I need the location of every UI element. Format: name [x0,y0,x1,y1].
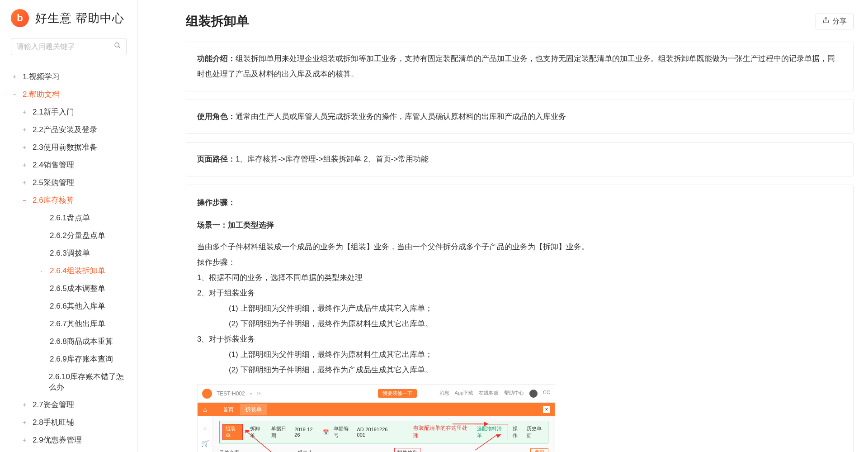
plus-icon: ＋ [21,144,28,151]
nav-261[interactable]: ·2.6.1盘点单 [11,209,127,227]
nav-27[interactable]: ＋2.7资金管理 [11,396,127,414]
steps-p: 3、对于拆装业务 [197,332,842,347]
steps: 操作步骤： 场景一：加工类型选择 当由多个子件材料组装成一个成品的业务为【组装】… [186,185,854,452]
nav-label: 2.6.7其他出库单 [50,319,105,329]
page-title: 组装拆卸单 [186,13,249,30]
card-text: 通常由生产人员或库管人员完成拆装业务的操作，库管人员确认原材料的出库和产成品的入… [236,112,566,121]
share-button[interactable]: 分享 [816,14,854,29]
shot-cx: 拆卸单 [247,424,267,440]
nav-26[interactable]: −2.6库存核算 [11,191,127,209]
minus-icon: − [21,197,28,204]
plus-icon: ＋ [21,126,28,133]
nav-266[interactable]: ·2.6.6其他入库单 [11,297,127,315]
nav-label: 2.6.5成本调整单 [50,283,105,294]
search-input[interactable] [11,38,127,55]
sidebar: b 好生意 帮助中心 ＋1.视频学习 −2.帮助文档 ＋2.1新手入门 ＋2.2… [0,0,138,452]
nav-label: 1.视频学习 [23,71,60,82]
close-icon: × [543,406,550,413]
card-intro: 功能介绍：组装拆卸单用来处理企业组装或拆卸等加工业务，支持有固定装配清单的产品加… [186,42,854,91]
steps-p: (2) 下部明细为子件明细，最终作为原材料生成其它出库单。 [197,316,842,332]
nav-268[interactable]: ·2.6.8商品成本重算 [11,333,127,350]
card-label: 功能介绍： [197,54,236,63]
nav-264[interactable]: ·2.6.4组装拆卸单 [11,262,127,280]
brand-text: 好生意 帮助中心 [35,10,124,26]
plus-icon: ＋ [11,73,18,81]
nav-label: 2.6.2分量盘点单 [50,230,105,241]
shot-anno: 有装配清单的在这里处理 [413,424,469,440]
nav-label: 2.1新手入门 [33,107,74,117]
steps-scene: 场景一：加工类型选择 [197,218,842,233]
nav-262[interactable]: ·2.6.2分量盘点单 [11,227,127,244]
nav-label: 2.9优惠券管理 [33,435,82,445]
nav-label: 2.6.1盘点单 [50,213,90,223]
shot-blue: 选配物料清单 [474,424,508,440]
nav-2610[interactable]: ·2.6.10库存账本错了怎么办 [11,368,127,396]
home-icon: ⌂ [198,403,213,416]
shot-tab-current: 拆装单 [240,404,267,415]
nav-label: 2.6库存核算 [33,195,74,205]
shot-decorate-button: 我要装修一下 [378,389,417,398]
card-role: 使用角色：通常由生产人员或库管人员完成拆装业务的操作，库管人员确认原材料的出库和… [186,100,854,134]
brand-icon: b [11,9,29,27]
shot-l: 操作 [513,425,522,439]
shot-header-icons: 消息 App下载 在线客服 帮助中心 CC [439,390,550,398]
card-text: 1、库存核算->库存管理->组装拆卸单 2、首页->常用功能 [236,155,429,163]
shot-tabs: 首页 拆装单 × [213,403,555,416]
nav-label: 2.6.8商品成本重算 [50,336,113,347]
steps-p: 当由多个子件材料组装成一个成品的业务为【组装】业务，当由一个父件拆分成多个子产品… [197,239,842,255]
nav-267[interactable]: ·2.6.7其他出库单 [11,315,127,333]
shot-tab-home: 首页 [217,404,239,415]
nav-label: 2.8手机旺铺 [33,417,74,428]
nav-label: 2.4销售管理 [33,160,74,170]
nav-label: 2.帮助文档 [23,89,60,100]
steps-p: 2、对于组装业务 [197,285,842,301]
nav-269[interactable]: ·2.6.9库存账本查询 [11,350,127,368]
nav-265[interactable]: ·2.6.5成本调整单 [11,280,127,297]
nav-210[interactable]: ＋2.10经营管理 [11,449,127,452]
card-label: 使用角色： [197,112,236,121]
shot-brand: TEST-H002 [217,390,245,397]
shot-icon: CC [543,390,550,398]
nav-29[interactable]: ＋2.9优惠券管理 [11,431,127,449]
nav-21[interactable]: ＋2.1新手入门 [11,103,127,121]
side-icon: ○ [203,424,207,432]
shot-l: 子件仓库 [219,449,239,452]
nav-video[interactable]: ＋1.视频学习 [11,68,127,86]
card-label: 页面路径： [197,155,236,163]
nav-root: ＋1.视频学习 −2.帮助文档 ＋2.1新手入门 ＋2.2产品安装及登录 ＋2.… [11,68,127,452]
shot-icon: 在线客服 [479,390,499,398]
nav-23[interactable]: ＋2.3使用前数据准备 [11,138,127,156]
chevron-down-icon: ▾ [250,390,252,397]
nav-28[interactable]: ＋2.8手机旺铺 [11,414,127,431]
plus-icon: ＋ [21,179,28,186]
shot-icon: 消息 [439,390,449,398]
shot-side: ⌂ ○ 🛒 ▭ ▭ ⚙ [198,403,213,452]
nav-263[interactable]: ·2.6.3调拨单 [11,244,127,262]
shot-logo-icon [202,389,212,399]
shot-l: 单据日期 [271,425,290,439]
plus-icon: ＋ [21,437,28,444]
nav-22[interactable]: ＋2.2产品安装及登录 [11,121,127,138]
nav-25[interactable]: ＋2.5采购管理 [11,174,127,191]
plus-icon: ＋ [21,401,28,409]
nav-24[interactable]: ＋2.4销售管理 [11,156,127,174]
steps-heading: 操作步骤： [197,195,842,210]
steps-p: (2) 下部明细为子件明细，最终作为产成品生成其它入库单。 [197,362,842,378]
nav-label: 2.6.3调拨单 [50,248,90,258]
content: 组装拆卸单 分享 功能介绍：组装拆卸单用来处理企业组装或拆卸等加工业务，支持有固… [138,0,868,452]
shot-icon: App下载 [455,390,474,398]
nav-label: 2.6.10库存账本错了怎么办 [49,371,127,392]
share-label: 分享 [832,17,847,26]
shot-l: 附件信息 [394,448,420,452]
minus-icon: − [11,91,18,98]
shot-zz: 组装单 [222,424,243,440]
side-icon: 🛒 [201,440,209,447]
steps-p: (1) 上部明细为父件明细，最终作为原材料生成其它出库单； [197,347,842,362]
steps-p: 1、根据不同的业务，选择不同单据的类型来处理 [197,270,842,285]
nav-label: 2.3使用前数据准备 [33,142,97,152]
shot-l: 历史单据 [527,425,545,439]
nav-docs[interactable]: −2.帮助文档 [11,86,127,103]
nav-label: 2.7资金管理 [33,400,74,410]
plus-icon: ＋ [21,162,28,169]
nav-label: 2.5采购管理 [33,177,74,188]
